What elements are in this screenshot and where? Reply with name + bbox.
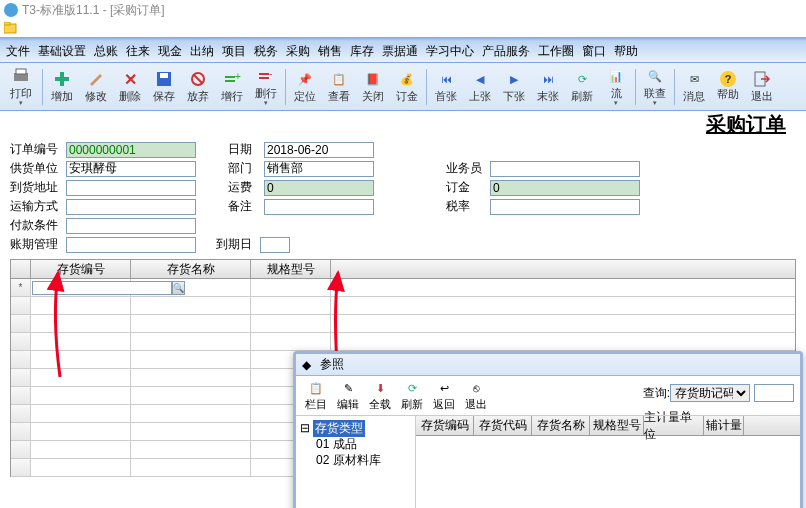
label-addr: 到货地址 — [10, 179, 66, 196]
dcol-aux[interactable]: 辅计量 — [704, 416, 744, 435]
grid-row[interactable]: * 🔍 — [11, 279, 795, 297]
input-due[interactable] — [260, 237, 290, 253]
tool-deposit[interactable]: 💰订金 — [391, 65, 423, 109]
tool-msg[interactable]: ✉消息 — [678, 65, 710, 109]
dlg-tool-back[interactable]: ↩返回 — [428, 379, 460, 412]
tool-locate[interactable]: 📌定位 — [289, 65, 321, 109]
dcol-id[interactable]: 存货代码 — [474, 416, 532, 435]
input-dept[interactable] — [264, 161, 374, 177]
dlg-tool-cols[interactable]: 📋栏目 — [300, 379, 332, 412]
dlg-tool-edit[interactable]: ✎编辑 — [332, 379, 364, 412]
grid-row[interactable] — [11, 315, 795, 333]
tree-root[interactable]: ⊟ 存货类型 — [300, 420, 411, 436]
dlg-tool-exit[interactable]: ⎋退出 — [460, 379, 492, 412]
tool-add[interactable]: 增加 — [46, 65, 78, 109]
label-tax: 税率 — [446, 198, 490, 215]
menu-workgroup[interactable]: 工作圈 — [538, 43, 574, 60]
window-title: T3-标准版11.1 - [采购订单] — [22, 2, 165, 19]
grid-col-rownum — [11, 260, 31, 278]
input-period[interactable] — [66, 237, 196, 253]
svg-line-9 — [194, 75, 202, 83]
label-dept: 部门 — [228, 160, 264, 177]
tool-delrow[interactable]: -删行▾ — [250, 65, 282, 109]
input-addr[interactable] — [66, 180, 196, 196]
tool-edit[interactable]: 修改 — [80, 65, 112, 109]
reference-dialog: ◆ 参照 📋栏目 ✎编辑 ⬇全载 ⟳刷新 ↩返回 ⎋退出 查询: 存货助记码 ⊟… — [293, 351, 803, 508]
tool-flow[interactable]: 📊流▾ — [600, 65, 632, 109]
tool-prev[interactable]: ◀上张 — [464, 65, 496, 109]
menu-cashier[interactable]: 出纳 — [190, 43, 214, 60]
menu-inventory[interactable]: 库存 — [350, 43, 374, 60]
svg-rect-10 — [225, 76, 235, 78]
tool-refresh[interactable]: ⟳刷新 — [566, 65, 598, 109]
menu-project[interactable]: 项目 — [222, 43, 246, 60]
dcol-spec[interactable]: 规格型号 — [590, 416, 644, 435]
label-due: 到期日 — [216, 236, 260, 253]
input-date[interactable] — [264, 142, 374, 158]
tool-delete[interactable]: ✕删除 — [114, 65, 146, 109]
input-remark[interactable] — [264, 199, 374, 215]
tree-item[interactable]: 02 原材料库 — [300, 452, 411, 468]
menu-tax[interactable]: 税务 — [254, 43, 278, 60]
tool-last[interactable]: ⏭末张 — [532, 65, 564, 109]
dlg-tool-refresh[interactable]: ⟳刷新 — [396, 379, 428, 412]
label-ship: 运输方式 — [10, 198, 66, 215]
grid-col-code[interactable]: 存货编号 — [31, 260, 131, 278]
dialog-grid: 存货编码 存货代码 存货名称 规格型号 主计量单位 辅计量 — [416, 416, 800, 508]
svg-rect-5 — [55, 77, 69, 81]
tool-addrow[interactable]: +增行 — [216, 65, 248, 109]
dcol-unit[interactable]: 主计量单位 — [644, 416, 704, 435]
grid-col-name[interactable]: 存货名称 — [131, 260, 251, 278]
tool-next[interactable]: ▶下张 — [498, 65, 530, 109]
svg-rect-7 — [160, 73, 168, 78]
search-value-input[interactable] — [754, 384, 794, 402]
label-sales: 业务员 — [446, 160, 490, 177]
tool-close[interactable]: 📕关闭 — [357, 65, 389, 109]
dialog-toolbar: 📋栏目 ✎编辑 ⬇全载 ⟳刷新 ↩返回 ⎋退出 查询: 存货助记码 — [296, 376, 800, 416]
label-freight: 运费 — [228, 179, 264, 196]
menu-bill[interactable]: 票据通 — [382, 43, 418, 60]
grid-row[interactable] — [11, 333, 795, 351]
input-freight[interactable] — [264, 180, 374, 196]
grid-col-spec[interactable]: 规格型号 — [251, 260, 331, 278]
input-sales[interactable] — [490, 161, 640, 177]
menu-help[interactable]: 帮助 — [614, 43, 638, 60]
category-tree: ⊟ 存货类型 01 成品 02 原材料库 — [296, 416, 416, 508]
tool-discard[interactable]: 放弃 — [182, 65, 214, 109]
tree-item[interactable]: 01 成品 — [300, 436, 411, 452]
tool-exit[interactable]: 退出 — [746, 65, 778, 109]
dcol-name[interactable]: 存货名称 — [532, 416, 590, 435]
menu-window[interactable]: 窗口 — [582, 43, 606, 60]
dcol-code[interactable]: 存货编码 — [416, 416, 474, 435]
grid-row[interactable] — [11, 297, 795, 315]
page-title: 采购订单 — [706, 111, 786, 138]
content-area: 采购订单 订单编号 日期 供货单位 部门 业务员 到货地址 运费 订金 运输方式… — [0, 111, 806, 508]
menu-cash[interactable]: 现金 — [158, 43, 182, 60]
svg-rect-13 — [259, 73, 269, 75]
tool-first[interactable]: ⏮首张 — [430, 65, 462, 109]
input-order-no[interactable] — [66, 142, 196, 158]
search-field-select[interactable]: 存货助记码 — [670, 384, 750, 402]
mdi-icon — [4, 22, 18, 34]
menu-file[interactable]: 文件 — [6, 43, 30, 60]
tool-save[interactable]: 保存 — [148, 65, 180, 109]
dialog-search: 查询: 存货助记码 — [643, 384, 794, 402]
tool-view[interactable]: 📋查看 — [323, 65, 355, 109]
menu-gl[interactable]: 总账 — [94, 43, 118, 60]
menu-ar[interactable]: 往来 — [126, 43, 150, 60]
input-pay[interactable] — [66, 218, 196, 234]
dlg-tool-loadall[interactable]: ⬇全载 — [364, 379, 396, 412]
menu-basic[interactable]: 基础设置 — [38, 43, 86, 60]
input-ship[interactable] — [66, 199, 196, 215]
input-supplier[interactable] — [66, 161, 196, 177]
menu-product[interactable]: 产品服务 — [482, 43, 530, 60]
tool-print[interactable]: 打印▾ — [3, 65, 39, 109]
menu-sales[interactable]: 销售 — [318, 43, 342, 60]
input-tax[interactable] — [490, 199, 640, 215]
label-order-no: 订单编号 — [10, 141, 66, 158]
menu-purchase[interactable]: 采购 — [286, 43, 310, 60]
input-deposit[interactable] — [490, 180, 640, 196]
menu-learn[interactable]: 学习中心 — [426, 43, 474, 60]
tool-help[interactable]: ?帮助 — [712, 65, 744, 109]
tool-relquery[interactable]: 🔍联查▾ — [639, 65, 671, 109]
